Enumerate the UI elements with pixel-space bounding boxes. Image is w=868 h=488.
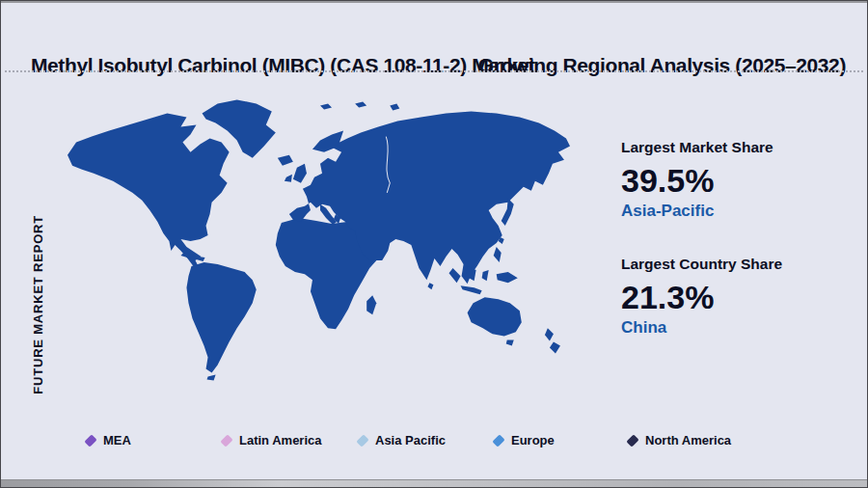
legend-label: Latin America	[239, 433, 322, 447]
island-iceland	[278, 155, 293, 166]
world-map	[67, 95, 572, 387]
page-title: Methyl Isobutyl Carbinol (MIBC) (CAS 108…	[31, 55, 535, 76]
page-subtitle: Growing Regional Analysis (2025–2032)	[478, 55, 846, 76]
brand-watermark: FUTURE MARKET REPORT	[28, 219, 47, 391]
continent-australia	[468, 297, 522, 336]
diamond-icon	[84, 434, 96, 447]
legend-label: North America	[645, 433, 731, 447]
stat-region: Asia-Pacific	[621, 202, 862, 220]
legend-item-latin-america: Latin America	[223, 432, 322, 448]
island-madagascar	[366, 295, 376, 314]
stat-largest-market-share: Largest Market Share 39.5% Asia-Pacific	[621, 138, 862, 220]
island-tasmania	[506, 339, 514, 345]
island-sri-lanka	[427, 283, 433, 289]
diamond-icon	[220, 434, 232, 447]
stat-largest-country-share: Largest Country Share 21.3% China	[621, 255, 862, 337]
top-edge-line	[1, 1, 867, 3]
island-sumatra	[449, 268, 461, 283]
continent-north-america	[68, 113, 230, 268]
brand-watermark-text: FUTURE MARKET REPORT	[31, 215, 45, 394]
stat-region: China	[621, 318, 862, 337]
island-tierra-del-fuego	[207, 375, 216, 381]
island-new-zealand-south	[550, 341, 560, 353]
stat-label: Largest Market Share	[621, 138, 862, 156]
island-great-britain	[293, 164, 307, 183]
bottom-edge-strip	[1, 479, 867, 487]
legend-item-north-america: North America	[629, 432, 731, 448]
infographic-frame: Methyl Isobutyl Carbinol (MIBC) (CAS 108…	[0, 0, 868, 488]
stat-label: Largest Country Share	[621, 255, 862, 273]
world-map-graphic	[67, 95, 572, 387]
legend-item-asia-pacific: Asia Pacific	[359, 432, 446, 448]
island-java	[461, 285, 482, 294]
dotted-divider	[5, 70, 863, 72]
legend-label: Asia Pacific	[375, 433, 446, 447]
stat-value: 39.5%	[621, 164, 862, 197]
legend-label: MEA	[103, 433, 131, 447]
diamond-icon	[626, 434, 638, 447]
diamond-icon	[492, 434, 504, 447]
island-new-zealand-north	[545, 328, 554, 340]
stat-value: 21.3%	[621, 281, 862, 313]
diamond-icon	[356, 434, 368, 447]
legend-label: Europe	[511, 433, 555, 447]
island-new-guinea	[497, 272, 518, 283]
legend-item-mea: MEA	[87, 432, 131, 448]
arctic-islands	[320, 101, 399, 110]
island-sulawesi	[482, 270, 489, 281]
legend-item-europe: Europe	[495, 432, 555, 448]
island-ireland	[285, 175, 292, 182]
island-philippines	[494, 247, 502, 262]
continent-south-america	[186, 262, 256, 372]
